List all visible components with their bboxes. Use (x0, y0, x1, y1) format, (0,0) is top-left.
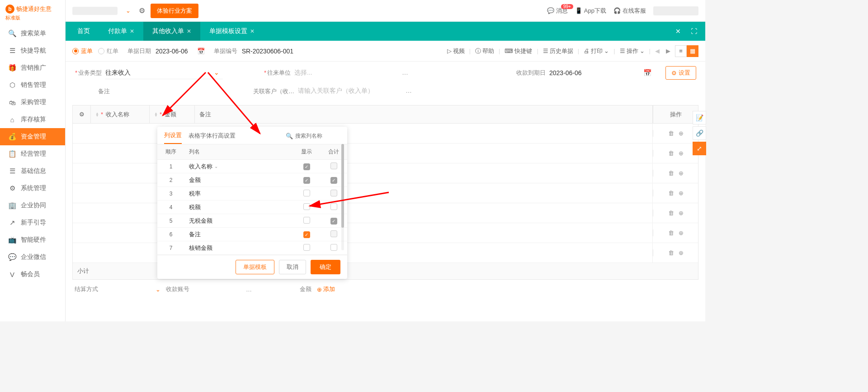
settle-method[interactable]: 结算方式 ⌄ (75, 285, 160, 293)
show-checkbox[interactable]: ✓ (303, 163, 310, 170)
user-avatar[interactable] (653, 6, 698, 15)
delete-icon[interactable]: 🗑 (668, 210, 674, 216)
related-input[interactable]: 请输入关联客户（收入单） (298, 85, 415, 97)
sidebar-item-9[interactable]: ⚙系统管理 (0, 180, 65, 197)
sum-checkbox[interactable]: ✓ (330, 218, 337, 225)
popup-scrollbar[interactable] (341, 144, 344, 250)
copy-icon[interactable]: ⊕ (679, 249, 684, 256)
copy-icon[interactable]: ⊕ (679, 190, 684, 196)
float-note-icon[interactable]: 📝 (693, 111, 706, 124)
sidebar-item-4[interactable]: 🛍采购管理 (0, 94, 65, 111)
view-card-icon[interactable]: ▦ (687, 45, 698, 57)
sum-checkbox[interactable] (330, 244, 337, 251)
org-selector[interactable] (72, 7, 118, 15)
sidebar-item-11[interactable]: ↗新手引导 (0, 214, 65, 231)
settle-amount[interactable]: 金额 (257, 285, 311, 293)
float-link-icon[interactable]: 🔗 (693, 126, 706, 140)
tab-close-icon[interactable]: ✕ (250, 28, 255, 34)
popup-tab-font[interactable]: 表格字体行高设置 (189, 132, 236, 143)
sidebar-item-8[interactable]: ☰基础信息 (0, 163, 65, 180)
sidebar-item-6[interactable]: 💰资金管理 (0, 128, 65, 145)
online-service-link[interactable]: 🎧 在线客服 (613, 7, 646, 15)
copy-icon[interactable]: ⊕ (679, 130, 684, 137)
tab-3[interactable]: 单据模板设置✕ (200, 22, 264, 41)
main-area: ⌄ ⚙ 体验行业方案 💬 消息 99+ 📱 App下载 🎧 在线客服 (66, 0, 705, 321)
sidebar-item-7[interactable]: 📋经营管理 (0, 145, 65, 163)
copy-icon[interactable]: ⊕ (679, 170, 684, 177)
copy-icon[interactable]: ⊕ (679, 229, 684, 236)
column-settings-icon[interactable]: ⚙ (73, 105, 91, 123)
messages-link[interactable]: 💬 消息 99+ (547, 7, 568, 15)
sidebar-item-10[interactable]: 🏢企业协同 (0, 197, 65, 214)
col-amount-header[interactable]: ▲▼*金额 (150, 105, 195, 123)
delete-icon[interactable]: 🗑 (668, 249, 674, 256)
doc-date-value[interactable]: 2023-06-06 (156, 48, 188, 55)
settle-account[interactable]: 收款账号 … (166, 285, 252, 293)
popup-search-input[interactable] (295, 133, 340, 139)
tabs-expand-icon[interactable]: ⛶ (687, 26, 701, 37)
show-checkbox[interactable] (303, 203, 310, 210)
nav-prev-icon[interactable]: ◀ (653, 48, 661, 54)
tab-1[interactable]: 付款单✕ (99, 22, 143, 41)
nav-next-icon[interactable]: ▶ (664, 48, 672, 54)
radio-blue[interactable]: 蓝单 (72, 47, 93, 55)
show-checkbox[interactable] (303, 217, 310, 224)
radio-red[interactable]: 红单 (98, 47, 118, 55)
shortcut-link[interactable]: ⌨ 快捷键 (503, 47, 534, 55)
chevron-down-icon[interactable]: ⌄ (214, 164, 218, 169)
show-checkbox[interactable] (303, 244, 310, 251)
add-settle-button[interactable]: ⊕ 添加 (317, 285, 335, 293)
due-date-input[interactable]: 2023-06-06 (549, 67, 640, 79)
template-button[interactable]: 单据模板 (236, 260, 274, 274)
delete-icon[interactable]: 🗑 (668, 229, 674, 236)
delete-icon[interactable]: 🗑 (668, 130, 674, 137)
copy-icon[interactable]: ⊕ (679, 210, 684, 216)
col-name-header[interactable]: ▲▼*收入名称 (91, 105, 150, 123)
print-link[interactable]: 🖨 打印 ⌄ (582, 47, 611, 55)
video-link[interactable]: ▷ 视频 (445, 47, 467, 55)
sidebar-item-3[interactable]: ⬡销售管理 (0, 76, 65, 94)
tab-0[interactable]: 首页 (68, 22, 99, 41)
tab-2[interactable]: 其他收入单✕ (143, 22, 200, 41)
float-expand-icon[interactable]: ⤢ (693, 142, 706, 155)
delete-icon[interactable]: 🗑 (668, 170, 674, 177)
show-checkbox[interactable]: ✓ (303, 231, 310, 238)
sidebar-item-14[interactable]: V畅会员 (0, 266, 65, 283)
sidebar-item-13[interactable]: 💬企业微信 (0, 249, 65, 266)
view-list-icon[interactable]: ≡ (675, 45, 687, 57)
popup-search[interactable]: 🔍 (286, 133, 340, 143)
tab-close-icon[interactable]: ✕ (187, 28, 191, 34)
ok-button[interactable]: 确定 (311, 260, 340, 274)
trial-button[interactable]: 体验行业方案 (151, 4, 198, 18)
calendar-icon[interactable]: 📅 (197, 48, 205, 55)
settings-button[interactable]: ⚙设置 (665, 66, 696, 80)
delete-icon[interactable]: 🗑 (668, 190, 674, 196)
form-fields: *业务类型 往来收入 *往来单位 选择... 收款到期日 2023-06-06 … (66, 62, 705, 105)
sidebar-item-5[interactable]: ⌂库存核算 (0, 111, 65, 128)
calendar-icon[interactable]: 📅 (643, 69, 652, 77)
biz-type-select[interactable]: 往来收入 (105, 67, 223, 79)
sidebar-item-0[interactable]: 🔍搜索菜单 (0, 25, 65, 42)
remark-input[interactable] (113, 89, 231, 93)
sum-checkbox[interactable]: ✓ (330, 177, 337, 184)
show-checkbox[interactable] (303, 190, 310, 196)
tab-close-icon[interactable]: ✕ (130, 28, 134, 34)
copy-icon[interactable]: ⊕ (679, 150, 684, 157)
chevron-down-icon[interactable]: ⌄ (123, 7, 133, 14)
partner-select[interactable]: 选择... (294, 67, 412, 79)
show-checkbox[interactable]: ✓ (303, 177, 310, 184)
more-icon: … (246, 286, 252, 293)
tabs-close-icon[interactable]: ✕ (672, 26, 684, 37)
help-link[interactable]: ⓘ 帮助 (473, 47, 496, 55)
operate-link[interactable]: ☰ 操作 ⌄ (618, 47, 646, 55)
gear-icon[interactable]: ⚙ (139, 6, 145, 15)
delete-icon[interactable]: 🗑 (668, 150, 674, 157)
sidebar-item-2[interactable]: 🎁营销推广 (0, 59, 65, 76)
history-link[interactable]: ☰ 历史单据 (541, 47, 575, 55)
sidebar-item-12[interactable]: 📺智能硬件 (0, 231, 65, 249)
sidebar-item-1[interactable]: ☰快捷导航 (0, 42, 65, 59)
popup-tab-columns[interactable]: 列设置 (164, 131, 182, 144)
cancel-button[interactable]: 取消 (279, 260, 306, 274)
sum-checkbox[interactable] (330, 203, 337, 210)
app-download-link[interactable]: 📱 App下载 (575, 7, 606, 15)
